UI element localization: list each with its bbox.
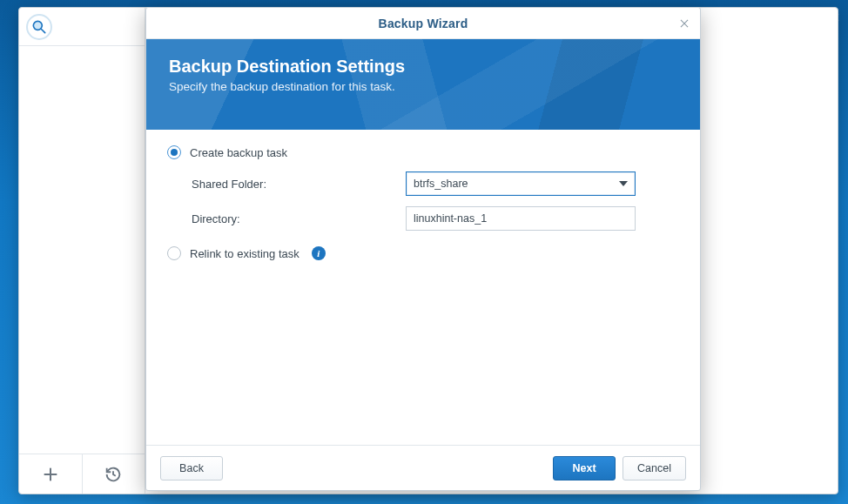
directory-label: Directory: xyxy=(192,212,406,225)
desktop-background: Backup Wizard Backup Destination Setting… xyxy=(0,0,848,504)
cancel-button[interactable]: Cancel xyxy=(623,456,686,480)
dialog-body: Create backup task Shared Folder: btrfs_… xyxy=(146,130,700,445)
backup-wizard-dialog: Backup Wizard Backup Destination Setting… xyxy=(145,7,701,491)
option-create-backup[interactable]: Create backup task xyxy=(167,145,679,159)
field-directory: Directory: xyxy=(192,206,679,231)
app-sidebar-body xyxy=(19,46,145,454)
next-button[interactable]: Next xyxy=(553,456,616,480)
field-shared-folder: Shared Folder: btrfs_share xyxy=(192,171,679,196)
history-button[interactable] xyxy=(83,454,145,494)
app-sidebar xyxy=(19,8,145,494)
chevron-down-icon xyxy=(619,181,628,186)
radio-create-backup[interactable] xyxy=(167,145,181,159)
app-sidebar-header xyxy=(19,8,145,46)
shared-folder-label: Shared Folder: xyxy=(192,178,406,191)
directory-input[interactable] xyxy=(406,206,636,231)
svg-point-2 xyxy=(33,21,42,30)
option-create-label: Create backup task xyxy=(190,146,287,159)
dialog-title: Backup Wizard xyxy=(379,17,468,30)
dialog-titlebar: Backup Wizard xyxy=(146,8,700,39)
hero-subheading: Specify the backup destination for this … xyxy=(169,80,677,93)
app-sidebar-tools xyxy=(19,454,145,494)
add-button[interactable] xyxy=(19,454,83,494)
dialog-hero: Backup Destination Settings Specify the … xyxy=(146,39,700,130)
back-button[interactable]: Back xyxy=(160,456,223,480)
shared-folder-value: btrfs_share xyxy=(414,178,468,190)
option-relink-label: Relink to existing task xyxy=(190,247,299,260)
option-relink[interactable]: Relink to existing task i xyxy=(167,246,679,260)
hero-heading: Backup Destination Settings xyxy=(169,57,677,77)
search-icon[interactable] xyxy=(26,14,52,40)
create-backup-fields: Shared Folder: btrfs_share Directory: xyxy=(192,171,679,231)
shared-folder-select[interactable]: btrfs_share xyxy=(406,171,636,196)
close-icon[interactable] xyxy=(676,15,693,32)
svg-line-3 xyxy=(42,29,45,32)
dialog-footer: Back Next Cancel xyxy=(146,445,700,490)
info-icon[interactable]: i xyxy=(312,246,326,260)
radio-relink[interactable] xyxy=(167,246,181,260)
